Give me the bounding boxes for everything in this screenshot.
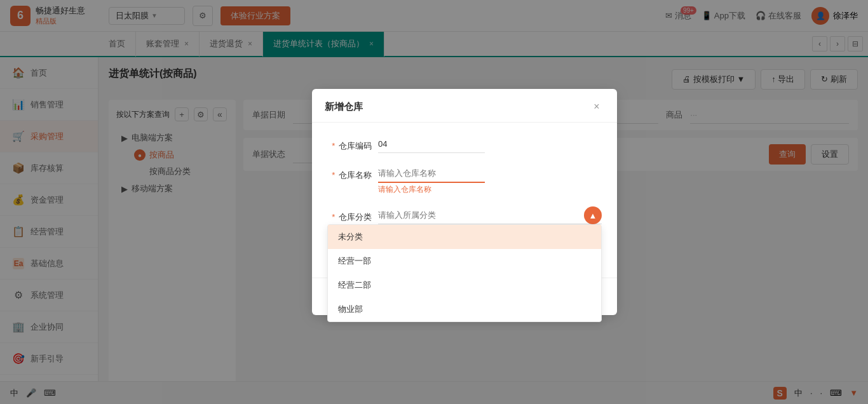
required-star: * bbox=[332, 170, 335, 180]
modal-title: 新增仓库 bbox=[325, 101, 363, 113]
category-dropdown: 未分类 经营一部 经营二部 物业部 bbox=[327, 224, 602, 322]
required-star: * bbox=[332, 212, 335, 222]
name-input[interactable] bbox=[378, 165, 485, 183]
new-warehouse-modal: 新增仓库 × * 仓库编码 * 仓库名称 请输入仓库名称 bbox=[312, 89, 617, 315]
code-input-box bbox=[378, 135, 602, 153]
code-label: * 仓库编码 bbox=[327, 135, 378, 152]
category-select-wrapper: ▲ 未分类 经营一部 经营二部 物业部 bbox=[378, 206, 602, 224]
required-star: * bbox=[332, 141, 335, 151]
modal-header: 新增仓库 × bbox=[312, 89, 617, 123]
form-row-category: * 仓库分类 ▲ 未分类 经营一部 经营二部 物业部 bbox=[327, 206, 602, 224]
name-input-box: 请输入仓库名称 bbox=[378, 165, 602, 195]
modal-body: * 仓库编码 * 仓库名称 请输入仓库名称 * 仓库分类 bbox=[312, 123, 617, 278]
dropdown-item-dept2[interactable]: 经营二部 bbox=[328, 273, 601, 297]
dropdown-item-dept1[interactable]: 经营一部 bbox=[328, 249, 601, 273]
category-chevron-icon[interactable]: ▲ bbox=[584, 206, 602, 224]
modal-close-button[interactable]: × bbox=[589, 99, 604, 114]
code-input[interactable] bbox=[378, 135, 485, 153]
dropdown-item-property[interactable]: 物业部 bbox=[328, 297, 601, 321]
form-row-name: * 仓库名称 请输入仓库名称 bbox=[327, 165, 602, 195]
dropdown-item-uncategorized[interactable]: 未分类 bbox=[328, 225, 601, 249]
category-label: * 仓库分类 bbox=[327, 206, 378, 223]
category-input[interactable] bbox=[378, 206, 602, 224]
name-label: * 仓库名称 bbox=[327, 165, 378, 181]
name-error-msg: 请输入仓库名称 bbox=[378, 184, 602, 195]
form-row-code: * 仓库编码 bbox=[327, 135, 602, 153]
